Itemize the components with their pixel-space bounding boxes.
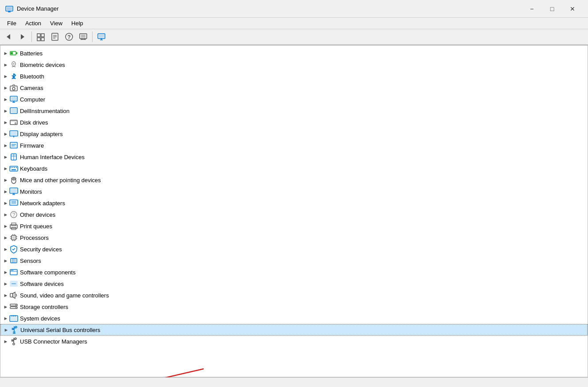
title-bar: Device Manager − □ ✕ <box>0 0 588 18</box>
svg-rect-28 <box>16 52 17 54</box>
icon-software-components <box>9 268 18 277</box>
toolbar-properties-button[interactable] <box>48 31 62 43</box>
tree-item-sensors[interactable]: ► Sensors <box>0 255 588 266</box>
label-mice: Mice and other pointing devices <box>20 177 101 184</box>
toolbar-uninstall-button[interactable] <box>77 31 90 43</box>
svg-rect-70 <box>11 201 17 204</box>
tree-item-cameras[interactable]: ► Cameras <box>0 82 588 94</box>
toolbar-forward-button[interactable] <box>16 31 29 43</box>
tree-item-hid[interactable]: ► Human Interface Devices <box>0 151 588 163</box>
expand-arrow-other-devices: ► <box>2 211 9 218</box>
tree-item-security-devices[interactable]: ► Security devices <box>0 243 588 255</box>
toolbar-show-hide-button[interactable] <box>34 31 47 43</box>
tree-item-bluetooth[interactable]: ► Bluetooth <box>0 70 588 82</box>
label-keyboards: Keyboards <box>20 165 47 172</box>
icon-usb-connector <box>9 337 18 346</box>
tree-item-keyboards[interactable]: ► Keyboards <box>0 163 588 174</box>
expand-arrow-software-devices: ► <box>2 280 9 287</box>
svg-rect-59 <box>16 167 17 168</box>
icon-disk-drives <box>9 118 18 127</box>
icon-processors <box>9 233 18 242</box>
svg-rect-56 <box>11 167 12 168</box>
svg-text:?: ? <box>12 212 15 218</box>
toolbar-scan-button[interactable] <box>95 31 108 43</box>
tree-item-storage-controllers[interactable]: ► Storage controllers <box>0 301 588 313</box>
svg-rect-60 <box>12 169 16 170</box>
expand-arrow-cameras: ► <box>2 84 9 91</box>
tree-item-processors[interactable]: ► Processors <box>0 232 588 243</box>
label-hid: Human Interface Devices <box>20 154 85 160</box>
expand-arrow-dellInstrumentation: ► <box>2 107 9 114</box>
menu-file[interactable]: File <box>3 19 21 27</box>
device-tree[interactable]: ► Batteries ► Biometric devices ► Blueto… <box>0 46 588 377</box>
svg-rect-42 <box>10 120 17 121</box>
tree-item-biometric[interactable]: ► Biometric devices <box>0 59 588 70</box>
tree-item-sound[interactable]: ► Sound, video and game controllers <box>0 289 588 301</box>
toolbar-separator-1 <box>31 31 32 42</box>
svg-point-31 <box>13 63 15 65</box>
svg-rect-9 <box>37 38 40 41</box>
tree-item-print-queues[interactable]: ► Print queues <box>0 220 588 232</box>
menu-action[interactable]: Action <box>21 19 46 27</box>
minimize-button[interactable]: − <box>522 2 542 16</box>
expand-arrow-processors: ► <box>2 234 9 241</box>
expand-arrow-security-devices: ► <box>2 246 9 253</box>
menu-help[interactable]: Help <box>67 19 88 27</box>
expand-arrow-disk-drives: ► <box>2 119 9 126</box>
tree-item-firmware[interactable]: ► Firmware <box>0 140 588 151</box>
tree-item-mice[interactable]: ► Mice and other pointing devices <box>0 174 588 186</box>
tree-item-other-devices[interactable]: ► ? Other devices <box>0 209 588 220</box>
close-button[interactable]: ✕ <box>562 2 583 16</box>
toolbar-help-button[interactable]: ? <box>62 31 76 43</box>
svg-marker-6 <box>21 34 24 39</box>
svg-point-102 <box>15 307 16 308</box>
svg-rect-1 <box>7 7 12 10</box>
label-display-adapters: Display adapters <box>20 131 63 137</box>
icon-monitors <box>9 187 18 196</box>
svg-rect-10 <box>41 38 44 41</box>
maximize-button[interactable]: □ <box>542 2 562 16</box>
label-system-devices: System devices <box>20 315 60 322</box>
tree-item-batteries[interactable]: ► Batteries <box>0 47 588 59</box>
tree-item-usb-connector[interactable]: ► USB Connector Managers <box>0 336 588 347</box>
tree-item-software-components[interactable]: ► Software components <box>0 266 588 278</box>
icon-batteries <box>9 49 18 58</box>
tree-item-computer[interactable]: ► Computer <box>0 94 588 105</box>
svg-text:?: ? <box>67 34 70 40</box>
tree-item-system-devices[interactable]: ► System devices <box>0 313 588 324</box>
label-computer: Computer <box>20 96 45 103</box>
icon-sensors <box>9 256 18 265</box>
label-software-devices: Software devices <box>20 281 64 287</box>
label-cameras: Cameras <box>20 85 43 91</box>
icon-other-devices: ? <box>9 210 18 219</box>
app-icon <box>5 5 13 13</box>
toolbar-separator-2 <box>92 31 93 42</box>
label-other-devices: Other devices <box>20 211 55 218</box>
icon-keyboards <box>9 164 18 173</box>
tree-item-usb-controllers[interactable]: ► Universal Serial Bus controllers <box>0 324 588 336</box>
expand-arrow-usb-connector: ► <box>2 338 9 345</box>
svg-rect-7 <box>37 34 40 37</box>
expand-arrow-software-components: ► <box>2 269 9 276</box>
icon-system-devices <box>9 314 18 323</box>
svg-rect-49 <box>11 143 16 147</box>
svg-rect-55 <box>10 166 18 171</box>
icon-computer <box>9 95 18 104</box>
svg-rect-23 <box>99 35 104 38</box>
svg-rect-35 <box>11 97 16 100</box>
svg-rect-65 <box>11 189 17 192</box>
tree-item-display-adapters[interactable]: ► Display adapters <box>0 128 588 140</box>
tree-item-dellInstrumentation[interactable]: ► DellInstrumentation <box>0 105 588 117</box>
icon-bluetooth <box>9 72 18 81</box>
label-sound: Sound, video and game controllers <box>20 292 109 299</box>
expand-arrow-computer: ► <box>2 96 9 103</box>
tree-item-disk-drives[interactable]: ► Disk drives <box>0 117 588 128</box>
tree-item-network-adapters[interactable]: ► Network adapters <box>0 197 588 209</box>
expand-arrow-system-devices: ► <box>2 315 9 322</box>
toolbar-back-button[interactable] <box>2 31 15 43</box>
status-bar <box>0 377 588 387</box>
tree-item-monitors[interactable]: ► Monitors <box>0 186 588 197</box>
menu-view[interactable]: View <box>46 19 67 27</box>
tree-item-software-devices[interactable]: ► Software devices <box>0 278 588 289</box>
expand-arrow-sensors: ► <box>2 257 9 264</box>
